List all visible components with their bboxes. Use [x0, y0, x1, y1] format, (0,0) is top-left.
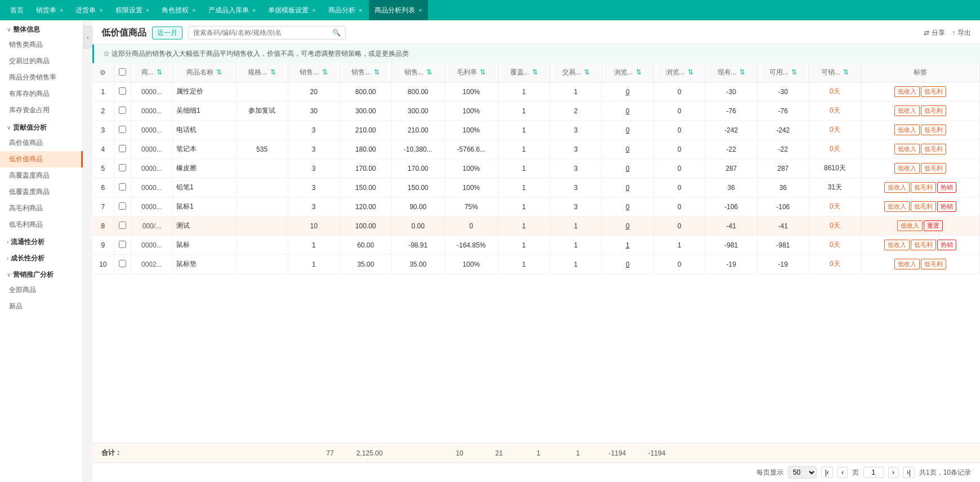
- view2-header[interactable]: 浏览... ⇅: [653, 63, 705, 82]
- checkbox-header[interactable]: [114, 63, 131, 82]
- row-view1[interactable]: 0: [602, 197, 653, 216]
- sidebar-item-low-coverage[interactable]: 低覆盖度商品: [0, 184, 83, 200]
- sidebar-collapse-button[interactable]: ‹: [83, 26, 92, 48]
- close-icon[interactable]: ×: [252, 7, 256, 14]
- sidebar-item-high-coverage[interactable]: 高覆盖度商品: [0, 167, 83, 184]
- row-view1[interactable]: 0: [602, 101, 653, 121]
- nav-sales-order[interactable]: 销货单 ×: [30, 0, 69, 20]
- row-checkbox-cell[interactable]: [114, 178, 131, 197]
- row-name[interactable]: 鼠标垫: [172, 255, 236, 274]
- nav-permission[interactable]: 权限设置 ×: [110, 0, 155, 20]
- nav-product-analysis[interactable]: 商品分析 ×: [323, 0, 368, 20]
- page-input[interactable]: [863, 467, 884, 478]
- row-checkbox[interactable]: [119, 222, 126, 229]
- row-checkbox-cell[interactable]: [114, 121, 131, 140]
- row-checkbox-cell[interactable]: [114, 82, 131, 101]
- coverage-header[interactable]: 覆盖... ⇅: [498, 63, 550, 82]
- close-icon[interactable]: ×: [418, 7, 422, 14]
- per-page-select[interactable]: 50 100 200: [788, 466, 817, 479]
- row-view1[interactable]: 0: [602, 140, 653, 159]
- close-icon[interactable]: ×: [359, 7, 362, 14]
- row-view1[interactable]: 0: [602, 159, 653, 178]
- row-checkbox[interactable]: [119, 241, 126, 248]
- row-checkbox-cell[interactable]: [114, 159, 131, 178]
- last-page-button[interactable]: ›|: [903, 467, 915, 478]
- close-icon[interactable]: ×: [192, 7, 195, 14]
- row-checkbox-cell[interactable]: [114, 236, 131, 255]
- row-checkbox[interactable]: [119, 145, 126, 152]
- next-page-button[interactable]: ›: [888, 467, 898, 478]
- search-icon[interactable]: 🔍: [332, 29, 341, 37]
- sidebar-item-new-products[interactable]: 新品: [0, 298, 83, 315]
- row-name[interactable]: 橡皮擦: [172, 159, 236, 178]
- close-icon[interactable]: ×: [99, 7, 103, 14]
- nav-home[interactable]: 首页: [5, 0, 29, 20]
- row-name[interactable]: 吴细细1: [172, 101, 236, 121]
- amount-header[interactable]: 销售... ⇅: [340, 63, 391, 82]
- row-checkbox[interactable]: [119, 87, 126, 95]
- available-header[interactable]: 可用... ⇅: [757, 63, 809, 82]
- period-button[interactable]: 近一月: [152, 26, 182, 39]
- row-checkbox-cell[interactable]: [114, 140, 131, 159]
- sidebar-group-marketing[interactable]: ∨ 营销推广分析: [0, 266, 83, 282]
- row-checkbox[interactable]: [119, 164, 126, 171]
- row-name[interactable]: 电话机: [172, 121, 236, 140]
- row-checkbox[interactable]: [119, 107, 126, 114]
- sidebar-group-growth[interactable]: › 成长性分析: [0, 249, 83, 266]
- row-name[interactable]: 测试: [172, 216, 236, 236]
- nav-template[interactable]: 单据模板设置 ×: [262, 0, 321, 20]
- row-checkbox[interactable]: [119, 126, 126, 133]
- sidebar-item-high-margin[interactable]: 高毛利商品: [0, 200, 83, 216]
- settings-header[interactable]: ⚙: [92, 63, 114, 82]
- sidebar-item-low-margin[interactable]: 低毛利商品: [0, 216, 83, 233]
- sidebar-item-stocked-products[interactable]: 有库存的商品: [0, 86, 83, 102]
- sidebar-item-high-value[interactable]: 高价值商品: [0, 135, 83, 151]
- saleable-header[interactable]: 可销... ⇅: [809, 63, 861, 82]
- row-checkbox[interactable]: [119, 202, 126, 210]
- trade-header[interactable]: 交易... ⇅: [550, 63, 602, 82]
- row-checkbox[interactable]: [119, 183, 126, 191]
- spec-header[interactable]: 规格... ⇅: [236, 63, 288, 82]
- row-name[interactable]: 铅笔1: [172, 178, 236, 197]
- sidebar-group-contribution[interactable]: ∨ 贡献值分析: [0, 118, 83, 135]
- share-button[interactable]: ⇄ 分享: [924, 28, 945, 38]
- row-checkbox-cell[interactable]: [114, 216, 131, 236]
- row-view1[interactable]: 0: [602, 255, 653, 274]
- sidebar-group-circulation[interactable]: › 流通性分析: [0, 233, 83, 249]
- price-header[interactable]: 销售... ⇅: [391, 63, 444, 82]
- sidebar-group-overall[interactable]: ∨ 整体信息: [0, 20, 83, 37]
- sidebar-item-low-value[interactable]: 低价值商品: [0, 151, 83, 167]
- row-view1[interactable]: 0: [602, 82, 653, 101]
- prev-page-button[interactable]: ‹: [838, 467, 848, 478]
- row-name[interactable]: 笔记本: [172, 140, 236, 159]
- row-checkbox-cell[interactable]: [114, 101, 131, 121]
- row-checkbox[interactable]: [119, 260, 126, 267]
- row-checkbox-cell[interactable]: [114, 197, 131, 216]
- row-view1[interactable]: 1: [602, 236, 653, 255]
- row-name[interactable]: 鼠标: [172, 236, 236, 255]
- close-icon[interactable]: ×: [60, 7, 63, 14]
- sidebar-item-sales-products[interactable]: 销售类商品: [0, 37, 83, 53]
- margin-header[interactable]: 毛利率 ⇅: [444, 63, 498, 82]
- export-button[interactable]: ↑ 导出: [952, 28, 971, 38]
- row-view1[interactable]: 0: [602, 178, 653, 197]
- qty-header[interactable]: 销售... ⇅: [288, 63, 340, 82]
- nav-product-instock[interactable]: 产成品入库单 ×: [203, 0, 261, 20]
- sidebar-item-category-rate[interactable]: 商品分类销售率: [0, 69, 83, 86]
- first-page-button[interactable]: |‹: [821, 467, 833, 478]
- row-view1[interactable]: 0: [602, 216, 653, 236]
- row-view1[interactable]: 0: [602, 121, 653, 140]
- row-name[interactable]: 鼠标1: [172, 197, 236, 216]
- nav-role-auth[interactable]: 角色授权 ×: [156, 0, 201, 20]
- name-header[interactable]: 商品名称 ⇅: [172, 63, 236, 82]
- row-name[interactable]: 属性定价: [172, 82, 236, 101]
- sidebar-item-stock-capital[interactable]: 库存资金占用: [0, 102, 83, 118]
- close-icon[interactable]: ×: [146, 7, 149, 14]
- code-header[interactable]: 商... ⇅: [131, 63, 172, 82]
- select-all-checkbox[interactable]: [119, 68, 126, 76]
- sidebar-item-traded-products[interactable]: 交易过的商品: [0, 53, 83, 69]
- nav-purchase-order[interactable]: 进货单 ×: [70, 0, 108, 20]
- close-icon[interactable]: ×: [312, 7, 315, 14]
- nav-product-analysis-list[interactable]: 商品分析列表 ×: [369, 0, 427, 20]
- row-checkbox-cell[interactable]: [114, 255, 131, 274]
